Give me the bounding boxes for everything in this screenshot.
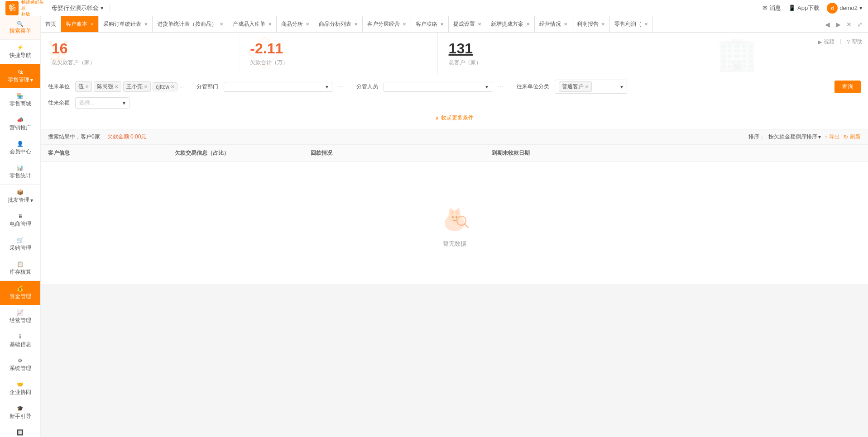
- sidebar-item-系统管理[interactable]: ⚙ 系统管理: [0, 353, 40, 377]
- shop-icon: 🏪: [17, 93, 24, 99]
- video-help-area: ▶ 视频 | ? 帮助: [812, 33, 868, 51]
- svg-point-7: [452, 216, 454, 218]
- help-btn[interactable]: ? 帮助: [847, 38, 863, 46]
- chevron-up-icon: ∧: [435, 115, 439, 121]
- sidebar-item-资金管理[interactable]: 💰 资金管理: [0, 281, 40, 305]
- guide-icon: 🎓: [17, 405, 24, 412]
- video-btn[interactable]: ▶ 视频: [818, 38, 834, 46]
- message-btn[interactable]: ✉ 消息: [762, 4, 781, 12]
- tab-商品分析[interactable]: 商品分析 ✕: [277, 16, 314, 33]
- logo-area: 畅 畅捷通好生意标版: [5, 0, 46, 17]
- tab-close-客户联络[interactable]: ✕: [440, 22, 444, 27]
- marketing-icon: 📣: [17, 117, 24, 123]
- tab-客户账本[interactable]: 客户账本 ✕: [61, 16, 99, 33]
- sidebar-item-会员中心[interactable]: 👤 会员中心: [0, 136, 40, 160]
- sidebar-search[interactable]: 🔍 搜索菜单: [0, 16, 40, 40]
- filter-tag-伍[interactable]: 伍 ✕: [75, 81, 92, 92]
- tab-close-客户分层[interactable]: ✕: [403, 22, 406, 27]
- sidebar-item-应用中心[interactable]: 🔲 应用中心: [0, 425, 40, 437]
- balance-select[interactable]: 选择... ▾: [75, 97, 129, 109]
- tag-close-陈民强[interactable]: ✕: [115, 84, 118, 89]
- dept-filter-label: 分管部门: [197, 83, 218, 90]
- tab-close-all-btn[interactable]: ✕: [844, 20, 854, 29]
- tab-close-客户账本[interactable]: ✕: [90, 22, 94, 27]
- collapse-btn[interactable]: ∧ 收起更多条件: [48, 112, 861, 124]
- filter-tag-普通客户[interactable]: 普通客户 ✕: [559, 81, 592, 92]
- tag-close-伍[interactable]: ✕: [85, 84, 89, 89]
- tab-close-提成设置[interactable]: ✕: [478, 22, 481, 27]
- tab-close-新增提成[interactable]: ✕: [526, 22, 530, 27]
- sidebar-item-零售统计[interactable]: 📊 零售统计: [0, 160, 40, 184]
- refresh-btn[interactable]: ↻ 刷新: [844, 133, 861, 141]
- sidebar-item-经营管理[interactable]: 📈 经营管理: [0, 305, 40, 329]
- sidebar-item-企业协同[interactable]: 🤝 企业协同: [0, 377, 40, 401]
- tab-经营情况[interactable]: 经营情况 ✕: [535, 16, 572, 33]
- tab-利润报告[interactable]: 利润报告 ✕: [572, 16, 610, 33]
- tag-close-王小亮[interactable]: ✕: [144, 84, 148, 89]
- tab-客户联络[interactable]: 客户联络 ✕: [411, 16, 449, 33]
- balance-select-arrow: ▾: [123, 100, 125, 106]
- tab-next-btn[interactable]: ▶: [834, 20, 843, 29]
- tab-close-商品分析列表[interactable]: ✕: [354, 22, 358, 27]
- tab-close-利润[interactable]: ✕: [601, 22, 605, 27]
- stat-label-debt: 欠款合计（万）: [250, 59, 288, 66]
- filter-tag-王小亮[interactable]: 王小亮 ✕: [123, 81, 151, 92]
- filter-tag-cjttcw[interactable]: cjttcw ✕: [153, 82, 177, 91]
- export-label: 导出: [829, 133, 840, 141]
- tab-close-商品分析[interactable]: ✕: [306, 22, 309, 27]
- member-icon: 👤: [17, 141, 24, 147]
- export-btn[interactable]: ↑ 导出: [825, 133, 840, 141]
- sidebar-item-批发管理[interactable]: 📦 批发管理 ▾: [0, 185, 40, 209]
- tab-采购订单统计表[interactable]: 采购订单统计表 ✕: [99, 16, 153, 33]
- sidebar-item-新手引导[interactable]: 🎓 新手引导: [0, 401, 40, 425]
- tab-close-零售利润[interactable]: ✕: [644, 22, 648, 27]
- person-select[interactable]: ▾: [384, 82, 492, 92]
- filter-row-2: 往来余额 选择... ▾: [48, 97, 861, 109]
- filter-area: 往来单位 伍 ✕ 陈民强 ✕ 王小亮: [41, 74, 868, 129]
- person-filter-dots[interactable]: ···: [498, 83, 504, 91]
- system-selector[interactable]: 母婴行业演示帐套 ▾: [46, 4, 110, 12]
- sidebar-item-库存核算[interactable]: 📋 库存核算: [0, 256, 40, 280]
- tab-close-产成品[interactable]: ✕: [268, 22, 272, 27]
- tab-prev-btn[interactable]: ◀: [823, 20, 832, 29]
- sidebar-item-基础信息[interactable]: ℹ 基础信息: [0, 329, 40, 353]
- help-icon: ?: [847, 39, 850, 45]
- tag-close-cjttcw[interactable]: ✕: [171, 84, 174, 89]
- tab-进货单统计表[interactable]: 进货单统计表（按商品） ✕: [153, 16, 228, 33]
- sidebar-item-零售商城[interactable]: 🏪 零售商城: [0, 88, 40, 112]
- tab-商品分析列表[interactable]: 商品分析列表 ✕: [314, 16, 363, 33]
- card-bg-building: 🏢: [717, 34, 758, 72]
- tag-close-普通客户[interactable]: ✕: [585, 84, 589, 89]
- tab-零售利润[interactable]: 零售利润（ ✕: [610, 16, 653, 33]
- unit-filter-label: 往来单位: [48, 83, 70, 90]
- search-btn[interactable]: 查询: [834, 81, 861, 93]
- tab-首页[interactable]: 首页: [41, 16, 61, 33]
- help-label: 帮助: [852, 38, 863, 46]
- sidebar-item-快捷导航[interactable]: ⚡ 快捷导航: [0, 40, 40, 64]
- tab-close-进货[interactable]: ✕: [220, 22, 223, 27]
- sidebar-item-零售管理[interactable]: 🛍 零售管理 ▾: [0, 64, 40, 88]
- dept-select-arrow: ▾: [326, 84, 328, 90]
- tab-新增提成方案[interactable]: 新增提成方案 ✕: [486, 16, 535, 33]
- sort-label: 排序：: [748, 133, 765, 141]
- dept-select[interactable]: ▾: [224, 82, 332, 92]
- user-menu[interactable]: d demo2 ▾: [827, 3, 863, 14]
- tab-提成设置[interactable]: 提成设置 ✕: [449, 16, 486, 33]
- sort-value-btn[interactable]: 按欠款金额倒序排序 ▾: [768, 133, 821, 141]
- management-icon: 📈: [17, 309, 24, 316]
- tab-close-经营[interactable]: ✕: [564, 22, 567, 27]
- category-select[interactable]: 普通客户 ✕ ▾: [555, 80, 627, 94]
- tab-close-采购[interactable]: ✕: [144, 22, 148, 27]
- app-download-btn[interactable]: 📱 App下载: [788, 4, 820, 12]
- tab-产成品入库单[interactable]: 产成品入库单 ✕: [228, 16, 277, 33]
- chevron-down-icon: ▾: [859, 5, 863, 11]
- dept-filter-dots[interactable]: ···: [338, 83, 344, 91]
- col-header-customer: 客户信息: [48, 149, 175, 157]
- sidebar-item-采购管理[interactable]: 🛒 采购管理: [0, 233, 40, 256]
- sidebar-item-营销推广[interactable]: 📣 营销推广: [0, 112, 40, 136]
- filter-tag-陈民强[interactable]: 陈民强 ✕: [94, 81, 121, 92]
- tab-客户分层经营[interactable]: 客户分层经营 ✕: [363, 16, 411, 33]
- tab-expand-btn[interactable]: ⤢: [855, 20, 864, 29]
- filter-more-btn[interactable]: ···: [179, 84, 184, 90]
- sidebar-item-电商管理[interactable]: 🖥 电商管理: [0, 209, 40, 233]
